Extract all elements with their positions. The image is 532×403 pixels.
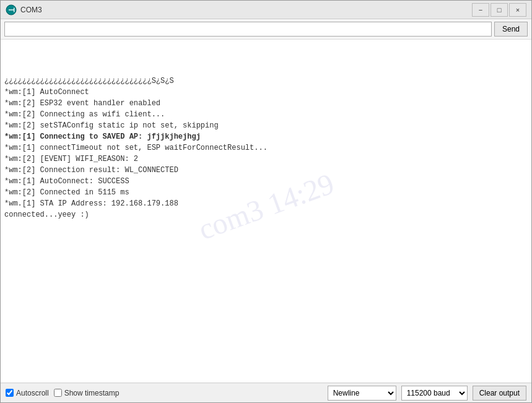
console-line: ¿¿¿¿¿¿¿¿¿¿¿¿¿¿¿¿¿¿¿¿¿¿¿¿¿¿¿¿¿¿¿¿¿S¿S¿S: [4, 76, 528, 87]
newline-dropdown[interactable]: NewlineNo line endingCarriage returnBoth…: [328, 386, 396, 401]
console-line: *wm:[2] Connected in 5115 ms: [4, 187, 528, 198]
console-line: *wm:[1] connectTimeout not set, ESP wait…: [4, 142, 528, 154]
status-bar: Autoscroll Show timestamp NewlineNo line…: [1, 383, 531, 402]
close-button[interactable]: ×: [509, 3, 526, 17]
console-line: *wm:[2] ESP32 event handler enabled: [4, 98, 528, 109]
console-line: *wm.[1] STA IP Address: 192.168.179.188: [4, 198, 528, 209]
input-toolbar: Send: [1, 19, 531, 40]
serial-input[interactable]: [4, 22, 492, 37]
main-window: COM3 − □ × Send com3 14:29 ¿¿¿¿¿¿¿¿¿¿¿¿¿…: [0, 0, 532, 403]
timestamp-label[interactable]: Show timestamp: [64, 389, 120, 397]
timestamp-group: Show timestamp: [54, 389, 120, 397]
console-line: *wm:[1] AutoConnect: SUCCESS: [4, 176, 528, 187]
console-line: *wm:[1] Connecting to SAVED AP: jfjjkjhe…: [4, 131, 528, 142]
minimize-button[interactable]: −: [472, 3, 489, 17]
console-line: *wm:[2] Connecting as wifi client...: [4, 109, 528, 120]
maximize-button[interactable]: □: [491, 3, 508, 17]
svg-rect-1: [9, 9, 14, 10]
baud-dropdown[interactable]: 300 baud1200 baud2400 baud4800 baud9600 …: [401, 386, 468, 401]
console-line: *wm:[2] [EVENT] WIFI_REASON: 2: [4, 154, 528, 165]
console-line: connected...yeey :): [4, 209, 528, 220]
send-button[interactable]: Send: [494, 22, 528, 37]
app-icon: [6, 4, 17, 15]
title-bar: COM3 − □ ×: [1, 1, 531, 19]
autoscroll-group: Autoscroll: [6, 389, 49, 397]
autoscroll-checkbox[interactable]: [6, 389, 14, 397]
window-controls: − □ ×: [472, 3, 526, 17]
svg-rect-2: [14, 7, 14, 12]
console-line: *wm:[1] AutoConnect: [4, 87, 528, 98]
window-title: COM3: [20, 6, 472, 14]
console-line: *wm:[2] setSTAConfig static ip not set, …: [4, 120, 528, 131]
console-output: com3 14:29 ¿¿¿¿¿¿¿¿¿¿¿¿¿¿¿¿¿¿¿¿¿¿¿¿¿¿¿¿¿…: [1, 40, 531, 383]
console-lines: ¿¿¿¿¿¿¿¿¿¿¿¿¿¿¿¿¿¿¿¿¿¿¿¿¿¿¿¿¿¿¿¿¿S¿S¿S*w…: [4, 76, 528, 220]
console-line: *wm:[2] Connection result: WL_CONNECTED: [4, 165, 528, 176]
autoscroll-label[interactable]: Autoscroll: [16, 389, 49, 397]
timestamp-checkbox[interactable]: [54, 389, 62, 397]
clear-output-button[interactable]: Clear output: [473, 386, 526, 401]
